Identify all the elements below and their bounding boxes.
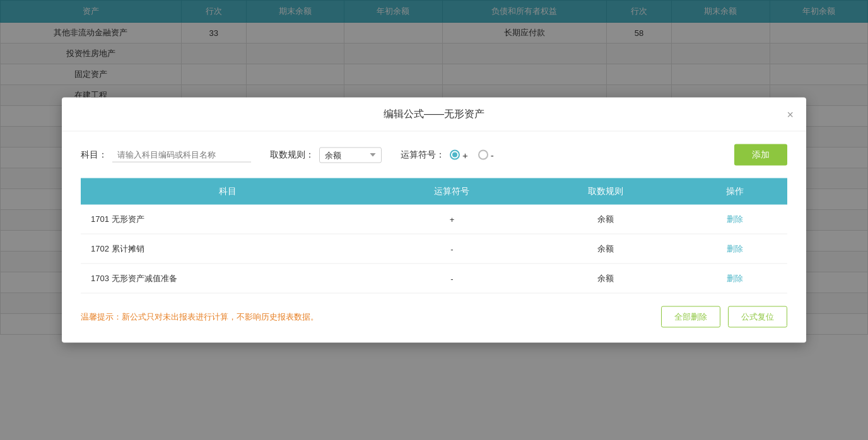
row3-rule: 余额 [529,263,683,293]
delete-all-button[interactable]: 全部删除 [661,306,720,328]
table-row: 1702 累计摊销 - 余额 删除 [81,234,787,263]
row1-operator: + [375,205,529,234]
modal-header: 编辑公式——无形资产 × [62,98,806,132]
row2-subject: 1702 累计摊销 [81,234,375,263]
radio-plus[interactable]: + [450,149,468,160]
add-button[interactable]: 添加 [734,144,787,166]
form-row: 科目： 取数规则： 余额 借方 贷方 借方发生额 贷方发生额 运算符号： + [62,132,806,178]
rule-select[interactable]: 余额 借方 贷方 借方发生额 贷方发生额 [319,147,382,163]
delete-button-1[interactable]: 删除 [727,214,743,225]
edit-formula-modal: 编辑公式——无形资产 × 科目： 取数规则： 余额 借方 贷方 借方发生额 贷方… [62,98,806,343]
subject-input[interactable] [112,148,251,163]
row2-operator: - [375,234,529,263]
operator-group: 运算符号： + - [401,149,494,161]
subject-label: 科目： [81,149,107,161]
row2-action: 删除 [683,234,787,263]
footer-actions: 全部删除 公式复位 [661,306,787,328]
radio-plus-circle [450,150,460,160]
row3-operator: - [375,263,529,293]
data-table-wrap: 科目 运算符号 取数规则 操作 1701 无形资产 + 余额 删除 1702 累… [62,178,806,294]
radio-group: + - [450,149,494,160]
rule-label: 取数规则： [270,149,314,161]
reset-formula-button[interactable]: 公式复位 [728,306,787,328]
row2-rule: 余额 [529,234,683,263]
data-table: 科目 运算符号 取数规则 操作 1701 无形资产 + 余额 删除 1702 累… [81,178,787,294]
subject-group: 科目： [81,148,251,163]
delete-button-3[interactable]: 删除 [727,273,743,284]
operator-label: 运算符号： [401,149,445,161]
modal-title: 编辑公式——无形资产 [384,108,484,121]
row3-action: 删除 [683,263,787,293]
radio-minus-circle [478,150,488,160]
col-rule: 取数规则 [529,178,683,205]
col-action: 操作 [683,178,787,205]
col-subject: 科目 [81,178,375,205]
delete-button-2[interactable]: 删除 [727,243,743,255]
radio-minus-label: - [491,149,494,160]
row1-subject: 1701 无形资产 [81,205,375,234]
row3-subject: 1703 无形资产减值准备 [81,263,375,293]
radio-minus[interactable]: - [478,149,494,160]
rule-group: 取数规则： 余额 借方 贷方 借方发生额 贷方发生额 [270,147,382,163]
modal-footer: 温馨提示：新公式只对未出报表进行计算，不影响历史报表数据。 全部删除 公式复位 [62,294,806,328]
close-button[interactable]: × [787,108,794,120]
radio-plus-label: + [462,149,468,160]
table-header-row: 科目 运算符号 取数规则 操作 [81,178,787,205]
footer-tip: 温馨提示：新公式只对未出报表进行计算，不影响历史报表数据。 [81,311,319,323]
table-row: 1703 无形资产减值准备 - 余额 删除 [81,263,787,293]
row1-rule: 余额 [529,205,683,234]
rule-select-wrap: 余额 借方 贷方 借方发生额 贷方发生额 [319,147,382,163]
row1-action: 删除 [683,205,787,234]
col-operator: 运算符号 [375,178,529,205]
table-row: 1701 无形资产 + 余额 删除 [81,205,787,234]
